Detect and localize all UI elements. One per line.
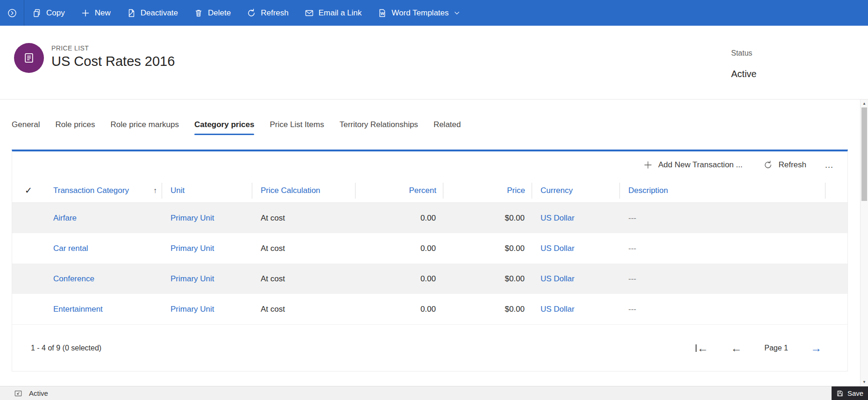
tab-price-list-items[interactable]: Price List Items xyxy=(270,120,324,129)
save-icon xyxy=(836,390,844,397)
price-calculation-value: At cost xyxy=(252,274,356,284)
tab-strip: General Role prices Role price markups C… xyxy=(0,100,868,150)
word-document-icon: W xyxy=(377,8,387,18)
description-value: --- xyxy=(620,214,825,223)
add-new-transaction-button[interactable]: Add New Transaction ... xyxy=(643,160,742,170)
column-header-price[interactable]: Price xyxy=(443,183,532,199)
first-page-button[interactable]: ← xyxy=(696,343,708,354)
currency-link[interactable]: US Dollar xyxy=(541,244,575,253)
form-window-icon xyxy=(14,389,22,398)
copy-icon xyxy=(32,8,42,18)
price-calculation-value: At cost xyxy=(252,214,356,223)
grid-header-row: ✓ Transaction Category ↑ Unit Price Calc… xyxy=(12,179,847,203)
page-number-label: Page 1 xyxy=(764,344,788,352)
vertical-scrollbar[interactable]: ▲ ▼ xyxy=(860,100,868,386)
currency-link[interactable]: US Dollar xyxy=(541,274,575,283)
status-bar-state: Active xyxy=(29,389,48,397)
email-a-link-button[interactable]: Email a Link xyxy=(297,0,370,26)
unit-link[interactable]: Primary Unit xyxy=(171,214,214,222)
price-value: $0.00 xyxy=(443,214,532,223)
checkmark-icon: ✓ xyxy=(25,185,32,196)
expand-command-bar-button[interactable] xyxy=(0,0,24,26)
entity-avatar xyxy=(14,43,44,73)
record-count-summary: 1 - 4 of 9 (0 selected) xyxy=(31,344,101,352)
copy-button[interactable]: Copy xyxy=(24,0,73,26)
chevron-down-icon xyxy=(454,10,460,16)
column-header-currency[interactable]: Currency xyxy=(532,183,620,199)
save-button[interactable]: Save xyxy=(832,386,868,400)
unit-link[interactable]: Primary Unit xyxy=(171,305,214,314)
tab-category-prices[interactable]: Category prices xyxy=(194,120,255,129)
delete-button[interactable]: Delete xyxy=(186,0,239,26)
select-all-checkbox[interactable]: ✓ xyxy=(12,183,45,199)
refresh-label: Refresh xyxy=(261,8,289,18)
email-a-link-label: Email a Link xyxy=(319,8,362,18)
delete-label: Delete xyxy=(208,8,231,18)
more-commands-button[interactable]: ... xyxy=(825,160,833,170)
deactivate-button[interactable]: Deactivate xyxy=(119,0,186,26)
svg-text:W: W xyxy=(381,11,385,15)
column-header-description[interactable]: Description xyxy=(620,183,825,199)
previous-page-button[interactable]: ← xyxy=(731,343,742,354)
table-row[interactable]: Conference Primary Unit At cost 0.00 $0.… xyxy=(12,264,847,294)
sort-ascending-icon: ↑ xyxy=(153,186,157,195)
column-header-price-calculation[interactable]: Price Calculation xyxy=(252,183,356,199)
word-templates-button[interactable]: W Word Templates xyxy=(370,0,468,26)
tab-role-price-markups[interactable]: Role price markups xyxy=(111,120,179,129)
refresh-button[interactable]: Refresh xyxy=(239,0,297,26)
plus-icon xyxy=(81,8,90,18)
deactivate-icon xyxy=(127,8,136,18)
unit-link[interactable]: Primary Unit xyxy=(171,244,214,253)
tab-related[interactable]: Related xyxy=(434,120,461,129)
table-row[interactable]: Entertainment Primary Unit At cost 0.00 … xyxy=(12,294,847,324)
add-new-transaction-label: Add New Transaction ... xyxy=(658,160,742,170)
column-header-percent[interactable]: Percent xyxy=(356,183,443,199)
word-templates-label: Word Templates xyxy=(391,8,448,18)
price-value: $0.00 xyxy=(443,274,532,284)
table-row[interactable]: Airfare Primary Unit At cost 0.00 $0.00 … xyxy=(12,203,847,233)
record-header: PRICE LIST US Cost Rates 2016 Status Act… xyxy=(0,26,868,100)
tab-general[interactable]: General xyxy=(12,120,40,129)
save-label: Save xyxy=(847,389,863,397)
scrollbar-thumb[interactable] xyxy=(861,107,867,201)
tab-role-prices[interactable]: Role prices xyxy=(55,120,95,129)
price-value: $0.00 xyxy=(443,305,532,314)
page-title: US Cost Rates 2016 xyxy=(51,54,175,69)
refresh-icon xyxy=(763,160,773,170)
status-label: Status xyxy=(731,49,752,57)
chevron-circle-icon xyxy=(7,8,17,18)
command-bar: Copy New Deactivate Delete Refresh Email… xyxy=(0,0,868,26)
unit-link[interactable]: Primary Unit xyxy=(171,274,214,283)
status-value: Active xyxy=(731,69,756,79)
grid-footer: 1 - 4 of 9 (0 selected) ← ← Page 1 → xyxy=(12,324,847,371)
status-bar-left: Active xyxy=(14,389,48,398)
table-row[interactable]: Car rental Primary Unit At cost 0.00 $0.… xyxy=(12,233,847,264)
grid-refresh-button[interactable]: Refresh xyxy=(763,160,806,170)
transaction-category-link[interactable]: Entertainment xyxy=(53,305,103,314)
column-header-transaction-category[interactable]: Transaction Category ↑ xyxy=(45,183,162,199)
transaction-category-link[interactable]: Airfare xyxy=(53,214,77,222)
next-page-button[interactable]: → xyxy=(811,343,822,354)
tab-territory-relationships[interactable]: Territory Relationships xyxy=(340,120,418,129)
scroll-down-arrow[interactable]: ▼ xyxy=(861,378,868,386)
category-prices-grid: Add New Transaction ... Refresh ... ✓ Tr… xyxy=(12,150,848,371)
percent-value: 0.00 xyxy=(356,274,443,284)
price-calculation-value: At cost xyxy=(252,305,356,314)
refresh-icon xyxy=(247,8,256,18)
price-calculation-value: At cost xyxy=(252,244,356,253)
description-value: --- xyxy=(620,305,825,314)
description-value: --- xyxy=(620,274,825,284)
transaction-category-link[interactable]: Car rental xyxy=(53,244,88,253)
status-bar: Active Save xyxy=(0,386,868,400)
grid-toolbar: Add New Transaction ... Refresh ... xyxy=(12,151,847,179)
transaction-category-link[interactable]: Conference xyxy=(53,274,94,283)
plus-icon xyxy=(643,160,653,170)
column-header-unit[interactable]: Unit xyxy=(162,183,252,199)
percent-value: 0.00 xyxy=(356,244,443,253)
next-page-arrow-icon: → xyxy=(811,343,822,354)
currency-link[interactable]: US Dollar xyxy=(541,214,575,222)
deactivate-label: Deactivate xyxy=(141,8,178,18)
currency-link[interactable]: US Dollar xyxy=(541,305,575,314)
new-button[interactable]: New xyxy=(73,0,119,26)
scroll-up-arrow[interactable]: ▲ xyxy=(861,100,868,107)
